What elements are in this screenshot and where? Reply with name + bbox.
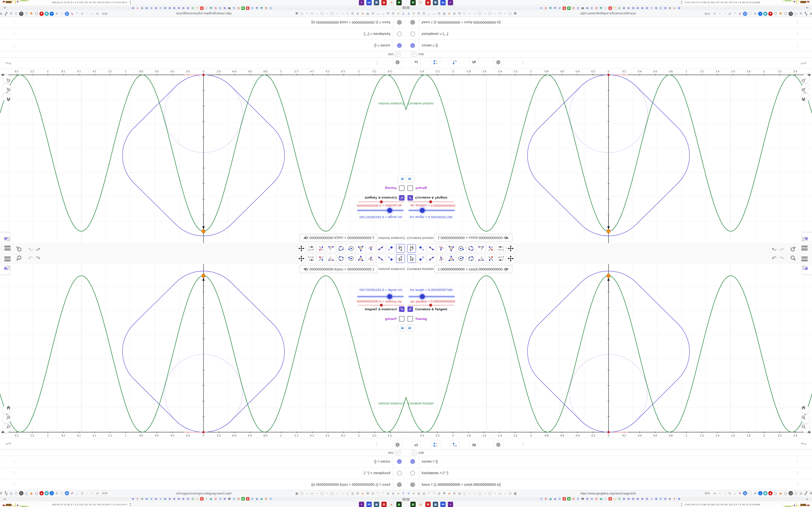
browser-action-icon[interactable]: ⚒: [0, 12, 3, 16]
bookmark-favicon[interactable]: i: [205, 497, 208, 501]
browser-action-icon[interactable]: ▼: [45, 12, 49, 16]
bookmark-favicon[interactable]: Я: [246, 497, 249, 501]
extension-icon[interactable]: ◍: [437, 491, 441, 495]
browser-action-icon[interactable]: ☆: [90, 491, 95, 495]
browser-action-icon[interactable]: ◍: [9, 12, 13, 16]
tool-angle[interactable]: α: [476, 244, 485, 253]
row-menu-icon[interactable]: ⋮: [796, 459, 800, 463]
tool-angle[interactable]: α: [327, 244, 336, 253]
bookmark-favicon[interactable]: G: [659, 497, 662, 501]
extension-icon[interactable]: ◠: [432, 491, 436, 495]
tray-chevrons-icon[interactable]: ▲▲: [680, 502, 683, 506]
extension-icon[interactable]: ⬠: [508, 12, 512, 16]
tool-perpendicular-line[interactable]: [437, 244, 446, 253]
extension-icon[interactable]: ▣: [513, 12, 517, 16]
row-menu-icon[interactable]: ⋮: [12, 483, 16, 487]
bookmark-favicon[interactable]: ▲: [613, 497, 616, 501]
browser-action-icon[interactable]: U: [789, 491, 793, 495]
arc-length-slider-knob[interactable]: [420, 294, 425, 299]
bookmark-favicon[interactable]: ✿: [145, 497, 148, 501]
bookmark-favicon[interactable]: G: [191, 497, 194, 501]
bookmark-favicon[interactable]: ✿: [223, 6, 226, 10]
taskbar-app-icon[interactable]: ▣: [396, 502, 402, 507]
bookmark-favicon[interactable]: ✿: [654, 6, 658, 10]
bookmark-favicon[interactable]: ✿: [677, 497, 681, 501]
kebab-menu-icon[interactable]: ⋮: [375, 442, 379, 447]
bookmark-favicon[interactable]: ✿: [636, 6, 640, 10]
kebab-menu-icon[interactable]: ⋮: [375, 60, 379, 65]
browser-action-icon[interactable]: ⬠: [794, 491, 798, 495]
extension-icon[interactable]: ◍: [340, 12, 345, 16]
browser-action-icon[interactable]: U: [19, 491, 23, 495]
algebra-row-funcs[interactable]: funcs = {1.000000000000 + cos(4.00000000…: [0, 16, 406, 28]
bookmark-favicon[interactable]: ◉: [549, 6, 552, 10]
extension-icon[interactable]: ∘: [483, 491, 487, 495]
curvature-function-curve[interactable]: [0, 276, 406, 432]
tool-point-with-label[interactable]: A: [386, 244, 395, 253]
search-icon[interactable]: [16, 255, 22, 262]
bookmark-favicon[interactable]: G: [150, 6, 153, 10]
bookmark-favicon[interactable]: ✿: [677, 6, 681, 10]
browser-action-icon[interactable]: ↻: [80, 491, 84, 495]
bookmark-favicon[interactable]: ▲: [196, 6, 199, 10]
tracing-checkbox[interactable]: [407, 316, 413, 322]
extension-icon[interactable]: ∘: [325, 491, 329, 495]
extension-icon[interactable]: ∘: [315, 491, 319, 495]
extension-icon[interactable]: ▭: [310, 12, 314, 16]
tool-angle[interactable]: α: [327, 254, 336, 263]
bookmark-favicon[interactable]: G: [237, 6, 240, 10]
row-menu-icon[interactable]: ⋮: [796, 471, 800, 475]
bookmark-favicon[interactable]: ✿: [631, 497, 635, 501]
curvature-function-dropdown[interactable]: 1.000000000000 + cos(4.000000000000 x): [300, 265, 377, 273]
function-input-icon[interactable]: f x: [469, 57, 479, 67]
extension-icon[interactable]: ⚙: [355, 12, 360, 16]
tool-conic-five-points[interactable]: [467, 254, 475, 263]
taskbar-app-icon[interactable]: ✿: [425, 502, 430, 507]
bookmark-favicon[interactable]: G: [595, 6, 598, 10]
algebra-descriptions-icon[interactable]: [430, 57, 440, 67]
bookmark-favicon[interactable]: ✿: [627, 497, 630, 501]
taskbar-app-icon[interactable]: ▣: [396, 0, 402, 5]
bookmark-favicon[interactable]: G: [232, 497, 236, 501]
tool-select-cursor[interactable]: [396, 254, 405, 263]
bookmark-favicon[interactable]: ✿: [622, 6, 626, 10]
bookmark-favicon[interactable]: ⚙: [140, 6, 144, 10]
tool-line-two-points[interactable]: [427, 244, 436, 253]
algebra-row-funcs[interactable]: funcs = {1.000000000000 + cos(4.00000000…: [406, 16, 812, 28]
browser-action-icon[interactable]: ▞: [4, 491, 8, 495]
browser-action-icon[interactable]: +: [758, 491, 762, 495]
visibility-toggle[interactable]: [397, 20, 402, 24]
tool-conic-five-points[interactable]: [337, 254, 345, 263]
zoom-in-icon[interactable]: [801, 83, 810, 92]
arc-length-slider[interactable]: [357, 296, 404, 297]
visibility-toggle[interactable]: [397, 43, 402, 48]
bookmark-favicon[interactable]: ✿: [645, 497, 649, 501]
taskbar-app-icon[interactable]: ●: [418, 502, 423, 507]
bookmark-favicon[interactable]: G: [576, 6, 580, 10]
visibility-toggle[interactable]: [397, 471, 402, 475]
extension-icon[interactable]: ◍: [457, 491, 462, 495]
extension-icon[interactable]: ●: [361, 491, 365, 495]
browser-action-icon[interactable]: →: [85, 491, 89, 495]
browser-action-icon[interactable]: ◉: [29, 491, 34, 495]
bookmark-favicon[interactable]: G: [558, 6, 561, 10]
browser-action-icon[interactable]: ⚙: [55, 12, 59, 16]
browser-action-icon[interactable]: ⚒: [809, 12, 812, 16]
extension-icon[interactable]: ●: [447, 491, 451, 495]
bookmark-favicon[interactable]: ✿: [177, 497, 181, 501]
extension-icon[interactable]: ◍: [417, 12, 421, 16]
taskbar-app-icon[interactable]: ✿: [382, 502, 387, 507]
zoom-out-icon[interactable]: [2, 425, 11, 433]
bookmark-favicon[interactable]: ✿: [131, 497, 135, 501]
curvature-max-point[interactable]: [607, 230, 610, 233]
home-icon[interactable]: [2, 93, 11, 101]
tool-point-with-label[interactable]: A: [417, 244, 426, 253]
extension-icon[interactable]: ⚒: [442, 491, 446, 495]
bookmark-favicon[interactable]: f: [136, 6, 139, 10]
row-menu-icon[interactable]: ⋮: [796, 32, 800, 36]
step-button[interactable]: ▶▏: [398, 325, 405, 331]
bookmark-favicon[interactable]: Я: [563, 6, 566, 10]
extension-icon[interactable]: ◍: [340, 491, 345, 495]
extension-icon[interactable]: ◠: [381, 491, 385, 495]
tool-angle[interactable]: α: [476, 254, 485, 263]
